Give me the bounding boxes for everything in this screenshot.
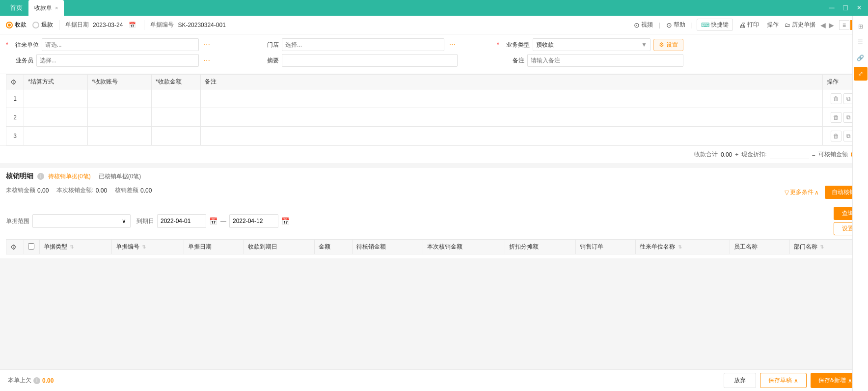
next-arrow[interactable]: ▶ xyxy=(828,21,835,29)
payment-table-section: ⚙ *结算方式 *收款账号 *收款金额 备注 操作 xyxy=(0,74,868,145)
delete-icon-2[interactable]: 🗑 xyxy=(831,112,841,123)
equals-sign: = xyxy=(812,151,815,158)
save-new-arrow-icon: ∧ xyxy=(848,377,852,384)
writeoff-section: 核销明细 i 待核销单据(0笔) 已核销单据(0笔) 未核销金额 0.00 本次… xyxy=(0,168,868,258)
discard-button[interactable]: 放弃 xyxy=(724,373,756,388)
calendar-icon[interactable]: 📅 xyxy=(129,22,136,28)
business-type-select[interactable]: 预收款 ▼ xyxy=(533,38,651,51)
amount-cell-3[interactable] xyxy=(152,127,201,145)
footer-right: 放弃 保存草稿 ∧ 保存&新增 ∧ xyxy=(724,373,860,388)
carry-over-info-icon[interactable]: i xyxy=(33,377,40,384)
date-to-icon[interactable]: 📅 xyxy=(281,217,290,225)
pay-method-cell-2[interactable] xyxy=(24,108,88,127)
done-tab[interactable]: 已核销单据(0笔) xyxy=(99,172,141,181)
toolbar-right: ⊙ 视频 | ⊙ 帮助 | ⌨ 快捷键 🖨 打印 操作 🗂 历史单据 xyxy=(632,19,862,31)
content-area: 收款 退款 单据日期 2023-03-24 📅 单据编号 SK-20230324… xyxy=(0,16,868,350)
col-department: 部门名称 ⇅ xyxy=(790,240,862,254)
delete-icon-3[interactable]: 🗑 xyxy=(831,131,841,141)
row-idx-1: 1 xyxy=(6,89,24,108)
counterpart-input[interactable] xyxy=(42,38,199,51)
pay-method-cell-3[interactable] xyxy=(24,127,88,145)
sidebar-doc-icon[interactable]: ☰ xyxy=(854,35,868,49)
col-discount: 折扣分摊额 xyxy=(505,240,576,254)
col-due-date: 收款到期日 xyxy=(244,240,314,254)
radio-refund[interactable]: 退款 xyxy=(32,21,53,29)
sidebar-expand-icon[interactable]: ⤢ xyxy=(854,67,868,81)
writeoff-stats-row: 未核销金额 0.00 本次核销金额: 0.00 核销差额 0.00 ▽ 更多条件… xyxy=(6,184,862,203)
remark-cell-1[interactable] xyxy=(201,89,823,108)
range-label: 单据范围 xyxy=(6,217,29,225)
table-settings-icon[interactable]: ⚙ xyxy=(10,78,17,86)
business-type-field: * 业务类型 预收款 ▼ ⚙ 设置 xyxy=(497,38,683,51)
salesperson-more-btn[interactable]: ··· xyxy=(202,56,212,65)
divider-2 xyxy=(144,20,144,30)
writeoff-info-icon[interactable]: i xyxy=(37,173,44,180)
operate-button[interactable]: 操作 xyxy=(765,20,781,30)
shortcut-button[interactable]: ⌨ 快捷键 xyxy=(697,19,733,31)
salesperson-field: 业务员 ··· xyxy=(6,54,212,67)
date-from-input[interactable] xyxy=(157,214,206,228)
toolbar: 收款 退款 单据日期 2023-03-24 📅 单据编号 SK-20230324… xyxy=(0,16,868,34)
discount-input[interactable] xyxy=(770,150,809,159)
select-all-checkbox[interactable] xyxy=(28,243,34,250)
remark-cell-2[interactable] xyxy=(201,108,823,127)
close-button[interactable]: × xyxy=(854,3,864,12)
bottom-table-gear-icon[interactable]: ⚙ xyxy=(10,243,17,251)
save-draft-button[interactable]: 保存草稿 ∧ xyxy=(760,373,807,388)
tab-active[interactable]: 收款单 × xyxy=(28,0,64,16)
sidebar-table-icon[interactable]: ⊞ xyxy=(854,20,868,33)
col-this-time-amount: 本次核销金额 xyxy=(423,240,505,254)
required-mark-2: * xyxy=(497,41,499,48)
print-icon: 🖨 xyxy=(739,21,746,29)
summary-input[interactable] xyxy=(282,54,458,67)
number-value: SK-20230324-001 xyxy=(178,22,225,28)
remark-cell-3[interactable] xyxy=(201,127,823,145)
nav-arrows: ◀ ▶ xyxy=(819,21,835,29)
business-type-label: 业务类型 xyxy=(502,41,530,49)
list-view-btn[interactable]: ≡ xyxy=(839,20,849,30)
bottom-table-header: ⚙ 单据类型 ⇅ 单据编号 ⇅ 单据日期 xyxy=(6,240,862,254)
print-button[interactable]: 🖨 打印 xyxy=(737,20,761,30)
shop-input[interactable] xyxy=(282,38,444,51)
account-cell-1[interactable] xyxy=(88,89,152,108)
table-header-row: ⚙ *结算方式 *收款账号 *收款金额 备注 操作 xyxy=(6,75,862,89)
salesperson-input[interactable] xyxy=(36,54,199,67)
account-cell-3[interactable] xyxy=(88,127,152,145)
discount-label: 现金折扣: xyxy=(741,150,766,159)
amount-cell-2[interactable] xyxy=(152,108,201,127)
prev-arrow[interactable]: ◀ xyxy=(819,21,827,29)
sidebar-clip-icon[interactable]: 🔗 xyxy=(854,51,868,65)
tab-home[interactable]: 首页 xyxy=(4,0,28,16)
writeoff-filter: 单据范围 ∨ 到期日 📅 — 📅 查询 设置 xyxy=(6,203,862,239)
sort-icon-counterpart: ⇅ xyxy=(678,244,682,250)
tab-close-icon[interactable]: × xyxy=(55,5,58,11)
draft-arrow-icon: ∧ xyxy=(794,377,798,384)
settings-button[interactable]: ⚙ 设置 xyxy=(653,39,683,51)
radio-receive[interactable]: 收款 xyxy=(6,21,27,29)
help-button[interactable]: ⊙ 帮助 xyxy=(664,20,687,30)
range-arrow: ∨ xyxy=(122,218,126,224)
pay-method-cell-1[interactable] xyxy=(24,89,88,108)
col-employee: 员工名称 xyxy=(730,240,790,254)
range-select[interactable]: ∨ xyxy=(32,214,131,228)
account-cell-2[interactable] xyxy=(88,108,152,127)
history-button[interactable]: 🗂 历史单据 xyxy=(785,21,815,29)
date-to-input[interactable] xyxy=(229,214,278,228)
divider-1 xyxy=(59,20,59,30)
date-from-icon[interactable]: 📅 xyxy=(209,217,217,225)
table-row: 2 🗑 ⧉ xyxy=(6,108,862,127)
maximize-button[interactable]: □ xyxy=(841,3,850,12)
delete-icon-1[interactable]: 🗑 xyxy=(831,93,841,104)
pending-tab[interactable]: 待核销单据(0笔) xyxy=(48,172,91,181)
counterpart-field: * 往来单位 ··· xyxy=(6,38,212,51)
minimize-button[interactable]: ─ xyxy=(827,3,837,12)
shop-more-btn[interactable]: ··· xyxy=(447,40,458,49)
amount-cell-1[interactable] xyxy=(152,89,201,108)
remark-input[interactable] xyxy=(527,54,683,67)
counterpart-more-btn[interactable]: ··· xyxy=(202,40,212,49)
writeoff-actions: ▽ 更多条件 ∧ 自动核销 xyxy=(785,186,862,199)
video-button[interactable]: ⊙ 视频 xyxy=(632,20,655,30)
row-idx-2: 2 xyxy=(6,108,24,127)
more-conditions-btn[interactable]: ▽ 更多条件 ∧ xyxy=(785,188,819,196)
section-divider xyxy=(0,163,868,168)
